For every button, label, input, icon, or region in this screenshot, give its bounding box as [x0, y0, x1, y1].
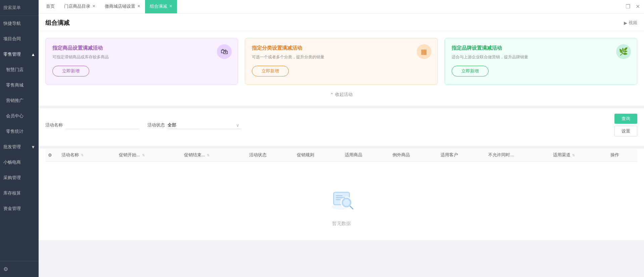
sidebar-item-project-contract[interactable]: 项目合同: [0, 31, 39, 47]
tabbar-actions: ❐ ✕: [624, 2, 641, 11]
th-rule: 促销规则: [294, 149, 342, 162]
tab-close-wechat-store[interactable]: ✕: [137, 4, 140, 8]
th-status: 活动状态: [246, 149, 294, 162]
svg-rect-6: [336, 195, 342, 196]
card-category-desc: 可选一个或者多个分类，提升分类的销量: [252, 54, 430, 60]
filter-status-field: 活动状态 全部 进行中 未开始 已结束 ∨: [147, 121, 241, 129]
chevron-down-icon: ▼: [31, 145, 35, 150]
th-settings[interactable]: ⚙: [45, 149, 59, 162]
tab-home[interactable]: 首页: [41, 0, 59, 13]
collapse-label: 收起活动: [335, 92, 353, 98]
sort-icon-start: ⇅: [142, 153, 145, 157]
sort-icon-name: ⇅: [81, 153, 84, 157]
settings-icon[interactable]: ⚙: [3, 266, 8, 272]
sidebar-item-purchase-mgmt[interactable]: 采购管理: [0, 170, 39, 185]
card-product-title: 指定商品设置满减活动: [52, 45, 231, 51]
video-btn[interactable]: ▶ 视频: [624, 20, 637, 26]
sidebar-item-xiaochang[interactable]: 小畅电商: [0, 155, 39, 170]
filter-row: 活动名称 活动状态 全部 进行中 未开始 已结束 ∨: [45, 114, 637, 136]
card-brand-discount: 🌿 指定品牌设置满减活动 适合与上游企业联合做营销，提升品牌销量 立即新增: [445, 38, 637, 85]
product-discount-icon: 🛍: [217, 44, 232, 59]
filter-status-select[interactable]: 全部 进行中 未开始 已结束: [168, 121, 241, 129]
sidebar-item-smart-store[interactable]: 智慧门店: [0, 62, 39, 77]
filter-status-label: 活动状态: [147, 122, 165, 128]
svg-point-4: [343, 199, 350, 206]
th-no-stack: 不允许同时...: [486, 149, 550, 162]
sort-icon-end: ⇅: [207, 153, 210, 157]
tab-store-catalog[interactable]: 门店商品目录 ✕: [59, 0, 100, 13]
card-category-title: 指定分类设置满减活动: [252, 45, 430, 51]
card-product-btn[interactable]: 立即新增: [52, 66, 89, 76]
table-header: ⚙ 活动名称 ⇅ 促销开始... ⇅ 促销结束... ⇅: [45, 149, 637, 162]
filter-name-field: 活动名称: [45, 121, 139, 129]
th-action: 操作: [608, 149, 637, 162]
main-area: 首页 门店商品目录 ✕ 微商城店铺设置 ✕ 组合满减 ✕ ❐ ✕ 组合满减 ▶ …: [39, 0, 644, 277]
settings-btn[interactable]: 设置: [614, 126, 637, 136]
sidebar: 搜索菜单 快捷导航 项目合同 零售管理 ▲ 智慧门店 零售商城 营销推广 会员中…: [0, 0, 39, 277]
empty-text: 暂无数据: [45, 221, 637, 227]
collapse-icon: ⌃: [330, 92, 334, 97]
brand-discount-icon: 🌿: [616, 44, 631, 59]
filter-section: 活动名称 活动状态 全部 进行中 未开始 已结束 ∨: [39, 108, 644, 146]
sidebar-item-retail-mgmt[interactable]: 零售管理 ▲: [0, 47, 39, 62]
data-table: ⚙ 活动名称 ⇅ 促销开始... ⇅ 促销结束... ⇅: [45, 149, 637, 162]
sort-icon-channel: ⇅: [572, 153, 575, 157]
sidebar-item-inventory[interactable]: 库存核算: [0, 185, 39, 201]
filter-name-input[interactable]: [65, 121, 139, 129]
tabbar: 首页 门店商品目录 ✕ 微商城店铺设置 ✕ 组合满减 ✕ ❐ ✕: [39, 0, 644, 13]
restore-window-btn[interactable]: ❐: [624, 2, 632, 11]
sidebar-item-quick-nav[interactable]: 快捷导航: [0, 16, 39, 31]
card-brand-btn[interactable]: 立即新增: [452, 66, 489, 76]
empty-icon: [325, 182, 358, 215]
card-category-discount: ▦ 指定分类设置满减活动 可选一个或者多个分类，提升分类的销量 立即新增: [245, 38, 438, 85]
page-content: 组合满减 ▶ 视频 🛍 指定商品设置满减活动 可指定滞销商品或库存较多商品 立即…: [39, 13, 644, 277]
category-discount-icon: ▦: [417, 44, 431, 59]
page-title: 组合满减: [45, 19, 70, 27]
sidebar-search[interactable]: 搜索菜单: [0, 0, 39, 16]
svg-rect-8: [336, 199, 340, 200]
empty-state: 暂无数据: [45, 162, 637, 240]
th-products: 适用商品: [342, 149, 390, 162]
card-product-desc: 可指定滞销商品或库存较多商品: [52, 54, 231, 60]
sidebar-item-wholesale-mgmt[interactable]: 批发管理 ▼: [0, 139, 39, 155]
tab-close-combo-discount[interactable]: ✕: [169, 4, 172, 8]
sidebar-bottom: ⚙: [0, 261, 39, 277]
th-channel[interactable]: 适用渠道 ⇅: [550, 149, 608, 162]
tab-combo-discount[interactable]: 组合满减 ✕: [145, 0, 177, 13]
th-exceptions: 例外商品: [390, 149, 438, 162]
collapse-activities-btn[interactable]: ⌃ 收起活动: [45, 88, 637, 102]
page-header: 组合满减 ▶ 视频: [39, 13, 644, 31]
card-brand-desc: 适合与上游企业联合做营销，提升品牌销量: [452, 54, 630, 60]
table-header-row: ⚙ 活动名称 ⇅ 促销开始... ⇅ 促销结束... ⇅: [45, 149, 637, 162]
tab-close-store-catalog[interactable]: ✕: [92, 4, 95, 8]
card-brand-title: 指定品牌设置满减活动: [452, 45, 630, 51]
close-window-btn[interactable]: ✕: [634, 2, 641, 11]
th-end[interactable]: 促销结束... ⇅: [181, 149, 246, 162]
filter-name-label: 活动名称: [45, 122, 63, 128]
tab-wechat-store[interactable]: 微商城店铺设置 ✕: [100, 0, 145, 13]
card-category-btn[interactable]: 立即新增: [252, 66, 289, 76]
play-icon: ▶: [624, 20, 627, 25]
card-product-discount: 🛍 指定商品设置满减活动 可指定滞销商品或库存较多商品 立即新增: [45, 38, 238, 85]
chevron-up-icon: ▲: [31, 52, 35, 57]
filter-status-wrap: 全部 进行中 未开始 已结束 ∨: [168, 121, 241, 129]
cards-section: 🛍 指定商品设置满减活动 可指定滞销商品或库存较多商品 立即新增 ▦ 指定分类设…: [39, 31, 644, 106]
filter-actions: 查询 设置: [614, 114, 637, 136]
sidebar-item-finance-mgmt[interactable]: 资金管理: [0, 201, 39, 216]
sidebar-item-marketing[interactable]: 营销推广: [0, 93, 39, 108]
table-section: ⚙ 活动名称 ⇅ 促销开始... ⇅ 促销结束... ⇅: [39, 149, 644, 240]
th-name[interactable]: 活动名称 ⇅: [59, 149, 116, 162]
th-start[interactable]: 促销开始... ⇅: [116, 149, 181, 162]
table-settings-icon: ⚙: [48, 153, 52, 158]
query-btn[interactable]: 查询: [614, 114, 637, 124]
sidebar-item-member-center[interactable]: 会员中心: [0, 108, 39, 124]
sidebar-item-retail-stats[interactable]: 零售统计: [0, 124, 39, 139]
sidebar-item-retail-mall[interactable]: 零售商城: [0, 77, 39, 93]
th-customers: 适用客户: [438, 149, 486, 162]
svg-rect-7: [336, 197, 345, 198]
cards-row: 🛍 指定商品设置满减活动 可指定滞销商品或库存较多商品 立即新增 ▦ 指定分类设…: [45, 38, 637, 85]
